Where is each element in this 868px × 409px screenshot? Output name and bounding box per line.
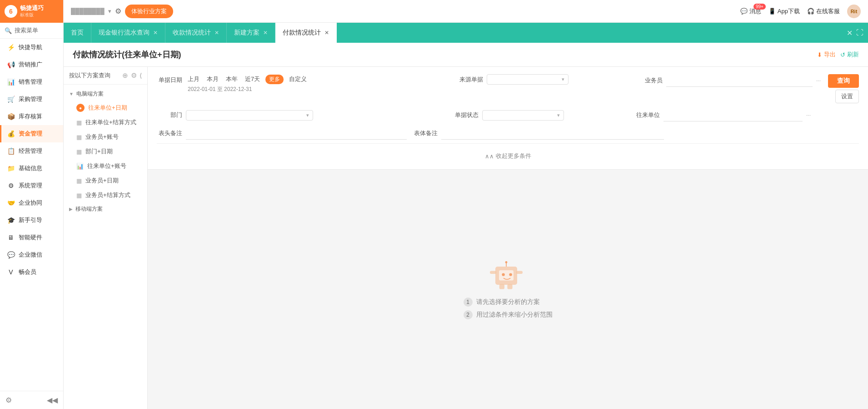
refresh-label: 刷新: [847, 50, 859, 59]
scheme-group-desktop[interactable]: ▼ 电脑端方案: [64, 87, 147, 101]
tab-payment-stats-close-icon[interactable]: ✕: [324, 30, 329, 36]
header-remark-input[interactable]: [186, 127, 407, 140]
tab-bank-flow-label: 现金银行流水查询: [99, 29, 150, 37]
scheme-settings-icon[interactable]: ⚙: [131, 71, 137, 80]
scheme-header-actions: ⊕ ⚙ ⟨: [122, 71, 142, 80]
main-wrap: ████████ ▾ ⚙ 体验行业方案 💬 消息 99+ 📱 App下载 🎧 在…: [64, 0, 868, 409]
date-opt-more[interactable]: 更多: [265, 75, 284, 84]
settings-icon[interactable]: ⚙: [5, 396, 12, 404]
svg-rect-7: [516, 271, 522, 274]
close-tab-icon[interactable]: ✕: [847, 29, 853, 37]
scheme-item-label: 往来单位+账号: [87, 162, 126, 170]
table-icon: ▦: [76, 119, 82, 126]
trial-btn[interactable]: 体验行业方案: [125, 5, 173, 18]
export-icon: ⬇: [817, 51, 822, 58]
sidebar-item-label: 采购管理: [19, 95, 42, 103]
scheme-item-unit-date[interactable]: ● 往来单位+日期: [64, 101, 147, 115]
sidebar-item-basic-info[interactable]: 📁 基础信息: [0, 160, 63, 177]
scheme-item-salesman-date[interactable]: ▦ 业务员+日期: [64, 173, 147, 188]
maximize-icon[interactable]: ⛶: [856, 29, 863, 37]
svg-point-2: [502, 273, 504, 276]
scheme-group-mobile[interactable]: ▶ 移动端方案: [64, 202, 147, 216]
source-select[interactable]: ▾: [487, 74, 569, 85]
salesman-more-icon[interactable]: ···: [816, 77, 821, 84]
enterprise-icon: 🤝: [7, 199, 15, 207]
date-opt-last-month[interactable]: 上月: [186, 74, 201, 84]
sidebar-item-hardware[interactable]: 🖥 智能硬件: [0, 229, 63, 246]
results-area: 1 请先选择要分析的方案 2 用过滤条件来缩小分析范围: [148, 170, 868, 409]
add-scheme-icon[interactable]: ⊕: [122, 71, 128, 80]
tab-new-scheme-close-icon[interactable]: ✕: [263, 30, 268, 36]
tab-receipt-stats[interactable]: 收款情况统计 ✕: [165, 23, 227, 43]
sidebar-item-quick-nav[interactable]: ⚡ 快捷导航: [0, 39, 63, 56]
collapse-panel-icon[interactable]: ⟨: [140, 72, 142, 79]
logo-text-block: 畅捷通巧 标准版: [20, 5, 44, 18]
app-download-btn[interactable]: 📱 App下载: [768, 7, 800, 15]
date-opt-this-year[interactable]: 本年: [224, 74, 239, 84]
sidebar-item-guide[interactable]: 🎓 新手引导: [0, 212, 63, 229]
gear-icon[interactable]: ⚙: [115, 7, 121, 15]
dept-select[interactable]: ▾: [186, 110, 313, 121]
app-icon: 📱: [768, 8, 776, 15]
body-remark-label: 表体备注: [414, 129, 438, 137]
filter-settings-btn[interactable]: 设置: [835, 90, 859, 103]
doc-status-label: 单据状态: [455, 111, 479, 119]
doc-status-select[interactable]: ▾: [482, 110, 564, 121]
sidebar-nav: ⚡ 快捷导航 📢 营销推广 📊 销售管理 🛒 采购管理 📦 库存核算 💰 资金管…: [0, 39, 63, 391]
refresh-btn[interactable]: ↺ 刷新: [840, 50, 859, 59]
top-header: ████████ ▾ ⚙ 体验行业方案 💬 消息 99+ 📱 App下载 🎧 在…: [64, 0, 868, 23]
sidebar-item-label: 系统管理: [19, 182, 42, 190]
sidebar-item-finance[interactable]: 💰 资金管理: [0, 125, 63, 142]
date-range-text: 2022-01-01 至 2022-12-31: [188, 86, 309, 93]
sidebar: 6 畅捷通巧 标准版 🔍 搜索菜单 ⚡ 快捷导航 📢 营销推广 📊 销售管理 🛒…: [0, 0, 64, 409]
collapse-more-btn[interactable]: ∧∧ 收起更多条件: [476, 149, 540, 163]
scheme-item-salesman-account[interactable]: ▦ 业务员+账号: [64, 130, 147, 144]
scheme-item-salesman-settle[interactable]: ▦ 业务员+结算方式: [64, 188, 147, 202]
operations-icon: 📋: [7, 147, 15, 155]
scheme-item-unit-settle[interactable]: ▦ 往来单位+结算方式: [64, 115, 147, 130]
date-opt-7days[interactable]: 近7天: [243, 74, 262, 84]
tab-receipt-stats-close-icon[interactable]: ✕: [215, 30, 219, 36]
app-name: 畅捷通巧: [20, 5, 44, 12]
tab-bank-flow-close-icon[interactable]: ✕: [153, 30, 158, 36]
body-remark-input[interactable]: [441, 127, 664, 140]
tab-bank-flow[interactable]: 现金银行流水查询 ✕: [91, 23, 165, 43]
sidebar-item-marketing[interactable]: 📢 营销推广: [0, 56, 63, 73]
scheme-item-unit-account[interactable]: 📊 往来单位+账号: [64, 159, 147, 173]
sidebar-item-label: 基础信息: [19, 164, 42, 172]
sidebar-item-system[interactable]: ⚙ 系统管理: [0, 177, 63, 194]
sidebar-search-area[interactable]: 🔍 搜索菜单: [0, 23, 63, 39]
collapse-sidebar-icon[interactable]: ◀◀: [47, 396, 58, 404]
sidebar-item-purchase[interactable]: 🛒 采购管理: [0, 91, 63, 108]
service-label: 在线客服: [816, 7, 840, 15]
sidebar-item-member[interactable]: V 畅会员: [0, 263, 63, 281]
sidebar-item-inventory[interactable]: 📦 库存核算: [0, 108, 63, 125]
scheme-item-dept-date[interactable]: ▦ 部门+日期: [64, 144, 147, 159]
online-service-btn[interactable]: 🎧 在线客服: [807, 7, 840, 15]
tab-payment-stats[interactable]: 付款情况统计 ✕: [275, 23, 337, 43]
group-arrow-icon: ▶: [69, 207, 73, 212]
filter-area: 单据日期 上月 本月 本年 近7天 更多 自定义 20: [148, 67, 868, 170]
partner-more-icon[interactable]: ···: [806, 112, 811, 118]
hint-item-2: 2 用过滤条件来缩小分析范围: [464, 310, 553, 319]
notification-btn[interactable]: 💬 消息 99+: [740, 7, 761, 15]
date-opt-this-month[interactable]: 本月: [205, 74, 220, 84]
account-dropdown-icon[interactable]: ▾: [108, 8, 111, 15]
sidebar-item-weixin[interactable]: 💬 企业微信: [0, 246, 63, 263]
finance-icon: 💰: [7, 130, 15, 138]
header-remark-label: 表头备注: [157, 129, 182, 137]
date-opt-custom[interactable]: 自定义: [287, 74, 309, 84]
search-menu-btn[interactable]: 🔍 搜索菜单: [5, 26, 59, 35]
account-name: ████████: [71, 8, 105, 15]
sidebar-item-operations[interactable]: 📋 经营管理: [0, 142, 63, 160]
tab-new-scheme[interactable]: 新建方案 ✕: [227, 23, 275, 43]
sidebar-item-enterprise[interactable]: 🤝 企业协同: [0, 194, 63, 212]
export-btn[interactable]: ⬇ 导出: [817, 50, 836, 59]
hint-num-2: 2: [464, 310, 473, 319]
tab-home[interactable]: 首页: [64, 23, 91, 43]
query-btn[interactable]: 查询: [828, 74, 859, 88]
avatar[interactable]: Rit: [847, 5, 861, 18]
sidebar-item-sales[interactable]: 📊 销售管理: [0, 73, 63, 91]
scheme-item-label: 业务员+账号: [85, 133, 119, 141]
collapse-up-icon: ∧∧: [485, 153, 494, 160]
